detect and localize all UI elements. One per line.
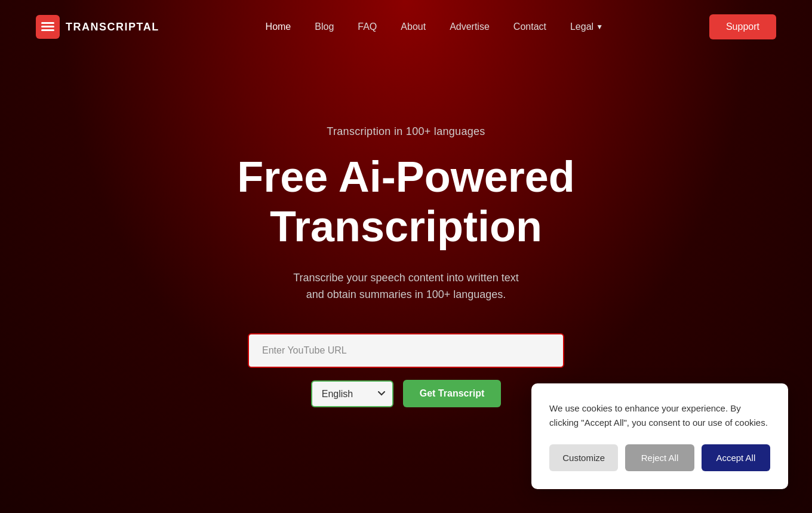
svg-rect-0 bbox=[41, 22, 54, 24]
nav-links: Home Blog FAQ About Advertise Contact Le… bbox=[266, 21, 603, 32]
logo-text: TRANSCRIPTAL bbox=[66, 21, 159, 33]
nav-item-legal[interactable]: Legal ▼ bbox=[570, 21, 603, 32]
language-select[interactable]: English Spanish French German Chinese Ja… bbox=[311, 380, 393, 407]
hero-subtitle: Transcription in 100+ languages bbox=[327, 125, 485, 138]
nav-link-blog[interactable]: Blog bbox=[315, 21, 334, 32]
hero-desc-line2: and obtain summaries in 100+ languages. bbox=[306, 288, 506, 300]
reject-all-button[interactable]: Reject All bbox=[625, 444, 694, 471]
nav-link-contact[interactable]: Contact bbox=[513, 21, 546, 32]
nav-link-faq[interactable]: FAQ bbox=[358, 21, 377, 32]
support-button[interactable]: Support bbox=[709, 14, 776, 39]
hero-title-line2: Transcription bbox=[270, 202, 542, 250]
url-input-container bbox=[248, 333, 564, 368]
navbar: TRANSCRIPTAL Home Blog FAQ About Adverti… bbox=[0, 0, 812, 54]
nav-link-about[interactable]: About bbox=[401, 21, 426, 32]
logo-icon bbox=[36, 15, 60, 39]
cookie-banner: We use cookies to enhance your experienc… bbox=[531, 383, 788, 489]
hero-desc-line1: Transcribe your speech content into writ… bbox=[293, 272, 519, 284]
nav-item-home[interactable]: Home bbox=[266, 21, 291, 32]
hero-description: Transcribe your speech content into writ… bbox=[293, 269, 519, 304]
nav-link-advertise[interactable]: Advertise bbox=[450, 21, 490, 32]
nav-item-advertise[interactable]: Advertise bbox=[450, 21, 490, 32]
get-transcript-button[interactable]: Get Transcript bbox=[403, 380, 501, 407]
svg-rect-1 bbox=[41, 26, 54, 27]
nav-item-about[interactable]: About bbox=[401, 21, 426, 32]
hero-title-line1: Free Ai-Powered bbox=[237, 153, 575, 201]
cookie-text: We use cookies to enhance your experienc… bbox=[549, 401, 770, 430]
youtube-url-input[interactable] bbox=[248, 333, 564, 368]
controls-row: English Spanish French German Chinese Ja… bbox=[311, 380, 501, 407]
hero-section: Transcription in 100+ languages Free Ai-… bbox=[0, 54, 812, 407]
hero-title: Free Ai-Powered Transcription bbox=[237, 152, 575, 251]
chevron-down-icon: ▼ bbox=[596, 23, 603, 31]
customize-button[interactable]: Customize bbox=[549, 444, 618, 471]
nav-link-legal: Legal bbox=[570, 21, 593, 32]
nav-item-faq[interactable]: FAQ bbox=[358, 21, 377, 32]
accept-all-button[interactable]: Accept All bbox=[702, 444, 770, 471]
svg-rect-2 bbox=[41, 29, 54, 31]
logo[interactable]: TRANSCRIPTAL bbox=[36, 15, 159, 39]
nav-item-blog[interactable]: Blog bbox=[315, 21, 334, 32]
nav-item-contact[interactable]: Contact bbox=[513, 21, 546, 32]
cookie-buttons: Customize Reject All Accept All bbox=[549, 444, 770, 471]
nav-link-home[interactable]: Home bbox=[266, 21, 291, 32]
